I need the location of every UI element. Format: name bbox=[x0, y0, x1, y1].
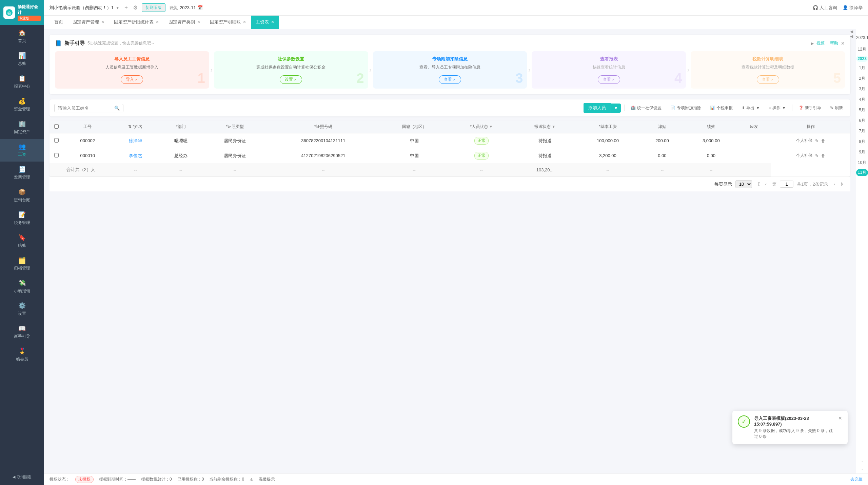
next-page-button[interactable]: › bbox=[832, 181, 837, 187]
row-1-edit-button[interactable]: ✎ bbox=[815, 138, 818, 143]
sidebar-item-reports[interactable]: 📋 报表中心 bbox=[0, 71, 44, 93]
guide-video-button[interactable]: 视频 bbox=[816, 40, 825, 46]
month-nov[interactable]: 11月 bbox=[856, 169, 868, 176]
add-person-dropdown-button[interactable]: ▼ bbox=[611, 104, 621, 113]
guide-step-4-btn[interactable]: 查看＞ bbox=[598, 75, 620, 84]
month-oct[interactable]: 10月 bbox=[856, 158, 868, 167]
tab-home[interactable]: 首页 bbox=[50, 16, 68, 29]
row-1-name[interactable]: 徐泽华 bbox=[112, 133, 159, 148]
per-page-select[interactable]: 10 20 50 bbox=[735, 180, 752, 188]
guide-step-2-btn[interactable]: 设置＞ bbox=[280, 75, 302, 84]
table-header-checkbox[interactable] bbox=[50, 120, 63, 133]
guide-help-button[interactable]: 帮助 bbox=[830, 40, 838, 46]
account-settings-button[interactable]: ⚙ bbox=[133, 4, 138, 11]
row-1-name-link[interactable]: 徐泽华 bbox=[129, 138, 142, 143]
sidebar-item-invoice[interactable]: 🧾 发票管理 bbox=[0, 162, 44, 184]
month-feb[interactable]: 2月 bbox=[856, 74, 868, 83]
row-2-name[interactable]: 李俊杰 bbox=[112, 148, 159, 163]
row-1-checkbox-cell[interactable] bbox=[50, 133, 63, 148]
tab-payroll-close[interactable]: ✕ bbox=[271, 20, 274, 24]
last-page-button[interactable]: ⟫ bbox=[839, 181, 845, 187]
row-2-edit-button[interactable]: ✎ bbox=[815, 153, 818, 158]
tab-asset-category-close[interactable]: ✕ bbox=[197, 20, 200, 24]
special-deduction-button[interactable]: 📄 专项附加扣除 bbox=[668, 104, 704, 112]
notification-close-button[interactable]: ✕ bbox=[838, 415, 842, 421]
search-input[interactable] bbox=[58, 106, 112, 111]
unfix-button[interactable]: ◀ 取消固定 bbox=[3, 472, 41, 482]
row-1-delete-button[interactable]: 🗑 bbox=[821, 138, 825, 143]
row-2-delete-button[interactable]: 🗑 bbox=[821, 153, 825, 158]
prev-page-button[interactable]: ‹ bbox=[763, 181, 769, 187]
guide-step-5-btn[interactable]: 查看＞ bbox=[757, 75, 779, 84]
operations-button[interactable]: ≡ 操作 ▼ bbox=[766, 104, 789, 112]
user-menu-button[interactable]: 👤 徐泽华 bbox=[843, 5, 863, 11]
sidebar-item-tax[interactable]: 📝 税务管理 bbox=[0, 207, 44, 230]
guide-step-1-btn[interactable]: 导入＞ bbox=[121, 75, 143, 84]
row-1-social-insurance-link[interactable]: 个人社保 bbox=[796, 138, 812, 144]
select-all-checkbox[interactable] bbox=[54, 124, 59, 129]
month-may[interactable]: 5月 bbox=[856, 106, 868, 114]
refresh-button[interactable]: ↻ 刷新 bbox=[827, 104, 846, 112]
month-jun[interactable]: 6月 bbox=[856, 116, 868, 125]
sidebar-item-guide[interactable]: 📖 新手引导 bbox=[0, 321, 44, 343]
row-1-checkbox[interactable] bbox=[54, 138, 59, 143]
calendar-icon[interactable]: 📅 bbox=[197, 5, 203, 10]
sidebar-item-close-accounts[interactable]: 🔖 结账 bbox=[0, 230, 44, 253]
year-2023[interactable]: 2023 bbox=[856, 56, 868, 62]
table-header-report-status[interactable]: 报送状态 ▼ bbox=[514, 120, 576, 133]
sidebar-item-ledger[interactable]: 📊 总账 bbox=[0, 48, 44, 71]
month-sep[interactable]: 9月 bbox=[856, 148, 868, 156]
tab-fixed-assets-close[interactable]: ✕ bbox=[101, 20, 104, 24]
report-status-filter-icon[interactable]: ▼ bbox=[552, 125, 555, 129]
video-icon: ▶ bbox=[811, 41, 814, 46]
tab-asset-detail-close[interactable]: ✕ bbox=[243, 20, 246, 24]
newbie-guide-button[interactable]: ❓ 新手引导 bbox=[796, 104, 824, 112]
company-select[interactable]: 刘小艳演示账套（勿删勿动！）1 ▼ bbox=[50, 5, 119, 11]
sidebar-item-inventory[interactable]: 📦 进销台账 bbox=[0, 184, 44, 207]
add-person-button[interactable]: 添加人员 bbox=[584, 103, 611, 113]
panel-down-button[interactable]: ↓ bbox=[861, 466, 863, 471]
go-auth-link[interactable]: 去充值 bbox=[850, 477, 863, 482]
month-apr[interactable]: 4月 bbox=[856, 95, 868, 104]
sidebar-item-archive[interactable]: 🗂️ 归档管理 bbox=[0, 253, 44, 275]
tab-payroll[interactable]: 工资表 ✕ bbox=[251, 16, 279, 29]
month-mar[interactable]: 3月 bbox=[856, 85, 868, 93]
sidebar-item-settings[interactable]: ⚙️ 设置 bbox=[0, 298, 44, 321]
guide-close-button[interactable]: ✕ bbox=[841, 41, 845, 46]
row-2-checkbox[interactable] bbox=[54, 153, 59, 157]
row-2-social-insurance-link[interactable]: 个人社保 bbox=[796, 153, 812, 158]
social-security-button[interactable]: 🏥 统一社保设置 bbox=[628, 104, 664, 112]
search-icon[interactable]: 🔍 bbox=[114, 106, 120, 111]
export-button[interactable]: ⬆ 导出 ▼ bbox=[739, 104, 763, 112]
tab-asset-category[interactable]: 固定资产类别 ✕ bbox=[164, 16, 205, 29]
add-account-button[interactable]: ＋ bbox=[123, 4, 129, 11]
first-page-button[interactable]: ⟪ bbox=[755, 181, 762, 187]
ai-consult-button[interactable]: 🎧 人工咨询 bbox=[813, 5, 837, 11]
person-status-filter-icon[interactable]: ▼ bbox=[489, 125, 493, 129]
month-jul[interactable]: 7月 bbox=[856, 127, 868, 135]
page-number-input[interactable] bbox=[780, 181, 793, 188]
panel-up-button[interactable]: ↑ bbox=[861, 460, 863, 465]
sidebar-item-member[interactable]: 🎖️ 畅会员 bbox=[0, 343, 44, 366]
row-2-checkbox-cell[interactable] bbox=[50, 148, 63, 163]
sidebar-item-home[interactable]: 🏠 首页 bbox=[0, 25, 44, 48]
panel-collapse-button[interactable]: ◀◀ bbox=[849, 29, 854, 39]
guide-step-3-btn[interactable]: 查看＞ bbox=[439, 75, 461, 84]
month-jan[interactable]: 1月 bbox=[856, 64, 868, 72]
tab-fixed-assets[interactable]: 固定资产管理 ✕ bbox=[68, 16, 109, 29]
version-toggle-button[interactable]: 切到旧版 bbox=[142, 3, 165, 12]
table-header-person-status[interactable]: *人员状态 ▼ bbox=[449, 120, 514, 133]
tab-depreciation[interactable]: 固定资产折旧统计表 ✕ bbox=[109, 16, 164, 29]
tab-depreciation-close[interactable]: ✕ bbox=[156, 20, 159, 24]
month-dec[interactable]: 12月 bbox=[856, 45, 868, 54]
sidebar-item-expense[interactable]: 💸 小畅报销 bbox=[0, 275, 44, 298]
sidebar-item-finance[interactable]: 💰 资金管理 bbox=[0, 93, 44, 116]
tax-report-button[interactable]: 📊 个税申报 bbox=[707, 104, 735, 112]
sidebar-item-payroll[interactable]: 👥 工资 bbox=[0, 139, 44, 162]
row-2-name-link[interactable]: 李俊杰 bbox=[129, 153, 142, 158]
sidebar-item-assets[interactable]: 🏢 固定资产 bbox=[0, 116, 44, 139]
table-header-name[interactable]: ⇅ *姓名 bbox=[112, 120, 159, 133]
refresh-label: 刷新 bbox=[835, 105, 843, 111]
tab-asset-detail[interactable]: 固定资产明细账 ✕ bbox=[205, 16, 251, 29]
month-aug[interactable]: 8月 bbox=[856, 137, 868, 146]
